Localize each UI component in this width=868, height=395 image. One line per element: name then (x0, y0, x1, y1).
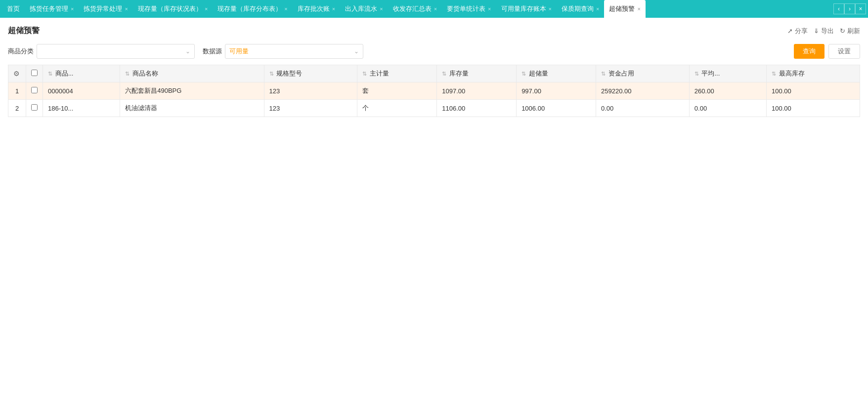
nav-summary-close[interactable]: × (434, 6, 437, 12)
row-overstock-0: 997.00 (517, 82, 596, 100)
select-all-checkbox[interactable] (31, 70, 38, 76)
nav-home[interactable]: 首页 (2, 0, 25, 18)
nav-inout-flow[interactable]: 出入库流水 × (340, 0, 388, 18)
category-select[interactable]: ⌄ (37, 44, 195, 59)
row-spec-0: 123 (264, 82, 357, 100)
row-product-code-1: 186-10... (43, 100, 120, 117)
row-checkbox-0[interactable] (26, 82, 43, 100)
row-product-code-0: 0000004 (43, 82, 120, 100)
query-button[interactable]: 查询 (794, 44, 825, 59)
sort-icon-max-stock: ⇅ (772, 71, 776, 77)
nav-inventory-status-close[interactable]: × (205, 6, 208, 12)
nav-pick-task-close[interactable]: × (71, 6, 74, 12)
th-unit[interactable]: ⇅ 主计量 (357, 65, 437, 82)
sort-icon-stock: ⇅ (442, 71, 446, 77)
nav-batch-account[interactable]: 库存批次账 × (293, 0, 340, 18)
sort-icon-unit: ⇅ (362, 71, 367, 77)
th-max-stock[interactable]: ⇅ 最高库存 (767, 65, 860, 82)
nav-inout-flow-close[interactable]: × (380, 6, 383, 12)
row-num-0: 1 (8, 82, 26, 100)
sort-icon-capital: ⇅ (601, 71, 606, 77)
nav-pick-task[interactable]: 拣货任务管理 × (25, 0, 79, 18)
datasource-select-value: 可用量 (229, 47, 249, 56)
category-filter-group: 商品分类 ⌄ (8, 44, 195, 59)
th-checkbox[interactable] (26, 65, 43, 82)
sort-icon-avg: ⇅ (694, 71, 699, 77)
nav-shelf-life[interactable]: 保质期查询 × (557, 0, 604, 18)
nav-inventory-status[interactable]: 现存量（库存状况表） × (133, 0, 213, 18)
row-stock-0: 1097.00 (437, 82, 517, 100)
nav-arrows: ‹ › × (833, 3, 866, 14)
nav-next-arrow[interactable]: › (844, 3, 855, 14)
row-product-name-1: 机油滤清器 (120, 100, 264, 117)
th-settings[interactable]: ⚙ (8, 65, 26, 82)
sort-icon-overstock: ⇅ (521, 71, 526, 77)
th-avg[interactable]: ⇅ 平均... (689, 65, 766, 82)
page-header: 超储预警 ➚ 分享 ⇓ 导出 ↻ 刷新 (8, 26, 860, 36)
refresh-button[interactable]: ↻ 刷新 (840, 27, 860, 36)
datasource-select[interactable]: 可用量 ⌄ (225, 44, 363, 59)
row-spec-1: 123 (264, 100, 357, 117)
row-avg-0: 260.00 (689, 82, 766, 100)
row-checkbox-1[interactable] (26, 100, 43, 117)
table-header-row: ⚙ ⇅ 商品... ⇅ 商品名称 ⇅ 规格型号 ⇅ (8, 65, 860, 82)
th-spec[interactable]: ⇅ 规格型号 (264, 65, 357, 82)
sort-icon-product-code: ⇅ (48, 71, 52, 77)
th-capital[interactable]: ⇅ 资金占用 (596, 65, 689, 82)
settings-icon[interactable]: ⚙ (13, 70, 20, 78)
datasource-filter-group: 数据源 可用量 ⌄ (203, 44, 363, 59)
row-stock-1: 1106.00 (437, 100, 517, 117)
sort-icon-product-name: ⇅ (125, 71, 130, 77)
row-overstock-1: 1006.00 (517, 100, 596, 117)
page-title: 超储预警 (8, 26, 40, 36)
nav-inventory-dist-close[interactable]: × (284, 6, 287, 12)
table-row[interactable]: 1 0000004 六配套新昌490BPG 123 套 1097.00 997.… (8, 82, 860, 100)
row-unit-1: 个 (357, 100, 437, 117)
row-unit-0: 套 (357, 82, 437, 100)
data-table: ⚙ ⇅ 商品... ⇅ 商品名称 ⇅ 规格型号 ⇅ (8, 65, 860, 117)
category-chevron-down-icon: ⌄ (185, 48, 190, 55)
nav-available-stock-close[interactable]: × (549, 6, 552, 12)
nav-available-stock[interactable]: 可用量库存账本 × (496, 0, 557, 18)
nav-summary[interactable]: 收发存汇总表 × (388, 0, 442, 18)
th-product-code[interactable]: ⇅ 商品... (43, 65, 120, 82)
datasource-label: 数据源 (203, 47, 222, 56)
table-row[interactable]: 2 186-10... 机油滤清器 123 个 1106.00 1006.00 … (8, 100, 860, 117)
datasource-chevron-down-icon: ⌄ (354, 48, 359, 55)
row-max-stock-1: 100.00 (767, 100, 860, 117)
nav-inventory-dist[interactable]: 现存量（库存分布表） × (213, 0, 292, 18)
filter-buttons: 查询 设置 (794, 44, 860, 59)
nav-pick-exception-close[interactable]: × (125, 6, 128, 12)
share-icon: ➚ (787, 27, 793, 35)
nav-overstock-warning[interactable]: 超储预警 × (604, 0, 645, 18)
export-icon: ⇓ (814, 27, 819, 35)
row-product-name-0: 六配套新昌490BPG (120, 82, 264, 100)
row-max-stock-0: 100.00 (767, 82, 860, 100)
nav-pick-exception[interactable]: 拣货异常处理 × (79, 0, 132, 18)
page-content: 超储预警 ➚ 分享 ⇓ 导出 ↻ 刷新 商品分类 ⌄ 数据源 (0, 18, 868, 395)
sort-icon-spec: ⇅ (269, 71, 274, 77)
export-button[interactable]: ⇓ 导出 (814, 27, 834, 36)
refresh-icon: ↻ (840, 27, 845, 35)
row-capital-1: 0.00 (596, 100, 689, 117)
th-stock[interactable]: ⇅ 库存量 (437, 65, 517, 82)
nav-batch-account-close[interactable]: × (332, 6, 335, 12)
nav-overstock-warning-close[interactable]: × (637, 6, 640, 12)
header-actions: ➚ 分享 ⇓ 导出 ↻ 刷新 (787, 27, 860, 36)
category-label: 商品分类 (8, 47, 34, 56)
row-capital-0: 259220.00 (596, 82, 689, 100)
settings-button[interactable]: 设置 (828, 44, 860, 59)
filter-row: 商品分类 ⌄ 数据源 可用量 ⌄ 查询 设置 (8, 44, 860, 59)
nav-shelf-life-close[interactable]: × (596, 6, 599, 12)
nav-order-stat[interactable]: 要货单统计表 × (442, 0, 496, 18)
nav-close-all[interactable]: × (855, 3, 866, 14)
top-navigation: 首页 拣货任务管理 × 拣货异常处理 × 现存量（库存状况表） × 现存量（库存… (0, 0, 868, 18)
nav-order-stat-close[interactable]: × (488, 6, 491, 12)
share-button[interactable]: ➚ 分享 (787, 27, 808, 36)
nav-prev-arrow[interactable]: ‹ (833, 3, 844, 14)
row-num-1: 2 (8, 100, 26, 117)
th-overstock[interactable]: ⇅ 超储量 (517, 65, 596, 82)
th-product-name[interactable]: ⇅ 商品名称 (120, 65, 264, 82)
row-avg-1: 0.00 (689, 100, 766, 117)
